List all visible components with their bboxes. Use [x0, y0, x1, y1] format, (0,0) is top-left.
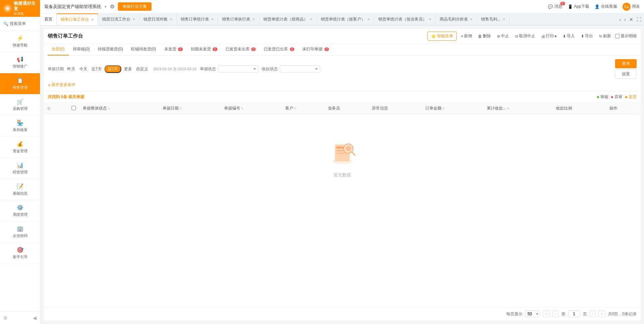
tab-sales-summary-customer[interactable]: 销货单统计表（按客户） ✕ [317, 13, 374, 26]
batch-review-btn[interactable]: 审核 [597, 94, 608, 100]
tab-sales-exec-close[interactable]: ✕ [252, 17, 255, 21]
page-prev-btn[interactable]: ‹ [553, 311, 559, 317]
table-toolbar: 共找到 0条 相关单据 审核 弃审 发货 [44, 91, 641, 103]
tab-scroll-right[interactable]: › [623, 16, 627, 23]
set-btn[interactable]: 设置 [615, 70, 637, 79]
sub-tab-pending-check[interactable]: 待拣货验货(0) [94, 44, 127, 55]
tab-fullscreen[interactable]: ⛶ [635, 16, 643, 23]
sub-tab-pending-review[interactable]: 待审核(0) [69, 44, 94, 55]
sub-tab-not-shipped[interactable]: 未发货 0 [160, 44, 187, 55]
col-status-sort[interactable]: 单据整体状态 ⇅ [83, 106, 156, 111]
tab-cash-reconcile[interactable]: 钱货日清对账 ✕ [139, 13, 177, 26]
sub-tab-shipped-not-out[interactable]: 已发货未出库 0 [221, 44, 260, 55]
sidebar-settings-btn[interactable]: ⚙ [3, 315, 8, 321]
col-customer-sort[interactable]: 客户 ⇅ [285, 106, 321, 111]
page-next-btn[interactable]: › [590, 311, 596, 317]
filter-date-custom[interactable]: 自定义 [135, 66, 149, 73]
import-btn[interactable]: ⬇ 导入 [561, 32, 577, 40]
search-menu-button[interactable]: 🔍 搜索菜单 [2, 19, 38, 28]
filter-date-today[interactable]: 今天 [78, 66, 89, 73]
sub-tab-overdue-ship[interactable]: 到期未发货 0 [187, 44, 221, 55]
filter-date-1month[interactable]: 近1月 [104, 65, 122, 73]
tab-sales-more[interactable]: 销售毛利... ✕ [477, 13, 510, 26]
sub-tab-shipped-not-out-label: 已发货未出库 [225, 47, 250, 51]
app-download-btn[interactable]: 📱 App下载 [568, 4, 589, 9]
sidebar-item-marketing[interactable]: 📢 营销推广 [0, 52, 40, 73]
sidebar-item-guide[interactable]: 🎯 新手引导 [0, 243, 40, 264]
sidebar-item-basic-info[interactable]: 📝 基础信息 [0, 179, 40, 200]
tab-home[interactable]: 首页 [40, 13, 57, 26]
show-detail-checkbox[interactable] [615, 34, 619, 38]
select-all-checkbox[interactable] [72, 106, 76, 110]
col-amount-sort[interactable]: 订单金额 ⇅ [425, 106, 480, 111]
col-date-sort[interactable]: 单据日期 ⇅ [163, 106, 217, 111]
col-ratio-header: 收款比例 [553, 103, 606, 114]
tab-sales-summary-staff[interactable]: 销货单统计表（按业务员） ✕ [374, 13, 436, 26]
tab-sales-workbench-close[interactable]: ✕ [91, 18, 94, 22]
delete-btn[interactable]: 🗑 删除 [476, 32, 493, 40]
column-settings-icon[interactable]: ⚙ [47, 106, 51, 111]
batch-cancel-review-btn[interactable]: 弃审 [611, 94, 622, 100]
topbar-settings-icon[interactable]: ⚙ [110, 3, 115, 10]
smart-create-btn[interactable]: ⭐ 智能生单 [427, 32, 457, 41]
filter-date-more[interactable]: 更多 [123, 66, 133, 73]
sidebar-item-purchase[interactable]: 🛒 采购管理 [0, 94, 40, 116]
tab-cash-reconcile-close[interactable]: ✕ [170, 17, 172, 21]
tab-sales-summary-product[interactable]: 销货单统计表（按商品） ✕ [259, 13, 317, 26]
cancel-stop-btn[interactable]: ⊙ 取消中止 [513, 32, 537, 40]
batch-ship-btn[interactable]: 发货 [625, 94, 637, 100]
col-number-sort[interactable]: 单据编号 ⇅ [224, 106, 279, 111]
refresh-btn[interactable]: ↻ 刷新 [597, 32, 613, 40]
user-menu-btn[interactable]: Ea 用友 [622, 3, 640, 11]
query-btn[interactable]: 查询 [615, 59, 637, 68]
tab-sales-summary-product-close[interactable]: ✕ [310, 17, 312, 21]
sub-tab-all[interactable]: 全部(0) [48, 44, 69, 55]
page-input[interactable] [568, 311, 580, 317]
export-icon: ⬆ [581, 34, 584, 39]
filter-date-7days[interactable]: 近7天 [90, 66, 103, 73]
sub-tab-shipped-out[interactable]: 已发货已出库 0 [260, 44, 298, 55]
tab-sales-summary-staff-close[interactable]: ✕ [429, 17, 431, 21]
sidebar-item-sales[interactable]: 📋 销售管理 [0, 73, 40, 94]
tab-sales-summary-customer-close[interactable]: ✕ [367, 17, 370, 21]
tab-scroll-left[interactable]: ‹ [618, 16, 622, 23]
tab-sales-exec[interactable]: 销售订单执行表 ✕ [218, 13, 259, 26]
tab-close-all[interactable]: ✕ [628, 16, 635, 23]
sub-tab-not-printed[interactable]: 未打印单据 0 [298, 44, 333, 55]
sidebar-item-inventory[interactable]: 🏪 库存核算 [0, 116, 40, 137]
expand-filter-btn[interactable]: ∨ 展开更多条件 [48, 82, 76, 88]
page-size-select[interactable]: 10 20 50 100 [525, 311, 540, 317]
guide-icon: 🎯 [17, 247, 24, 253]
col-collected-sort[interactable]: 累计收款... ⇅ [487, 106, 549, 111]
sidebar-item-enterprise[interactable]: 🏢 企业协同 [0, 221, 40, 243]
sidebar-item-quick-nav[interactable]: ⚡ 快捷导航 [0, 31, 40, 52]
show-detail-toggle[interactable]: 显示明细 [615, 33, 637, 39]
sub-tab-wangpu-ship[interactable]: 旺铺待发货(0) [127, 44, 160, 55]
tab-sales-workbench[interactable]: 销售订单工作台 ✕ [57, 13, 98, 26]
sidebar-item-system[interactable]: ⚙️ 系统管理 [0, 200, 40, 221]
sidebar-collapse-btn[interactable]: ◀ [33, 315, 37, 321]
page-last-btn[interactable]: » [598, 311, 605, 317]
filter-status-select[interactable] [218, 65, 258, 73]
tab-sales-more-close[interactable]: ✕ [503, 17, 505, 21]
sub-tab-not-printed-label: 未打印单据 [302, 47, 323, 51]
tab-cash-daily-label: 钱货日清工作台 [102, 16, 130, 22]
page-first-btn[interactable]: « [543, 311, 550, 317]
tab-sales-stats[interactable]: 销售订单统计表 ✕ [177, 13, 218, 26]
add-btn[interactable]: + 新增 [459, 32, 474, 40]
sidebar-item-finance[interactable]: 💰 资金管理 [0, 137, 40, 158]
tab-cash-daily[interactable]: 钱货日清工作台 ✕ [98, 13, 139, 26]
tab-cash-daily-close[interactable]: ✕ [132, 17, 135, 21]
filter-date-yesterday[interactable]: 昨天 [66, 66, 77, 73]
export-btn[interactable]: ⬆ 导出 [579, 32, 595, 40]
online-service-btn[interactable]: 👤 在线客服 [595, 4, 617, 9]
tab-gross-margin[interactable]: 商品毛利分析表 ✕ [436, 13, 477, 26]
filter-collection-select[interactable] [280, 65, 320, 73]
sidebar-item-operations[interactable]: 📊 经营管理 [0, 158, 40, 179]
print-btn[interactable]: 🖨 打印 ▾ [539, 32, 559, 40]
messages-btn[interactable]: 💬 消息 6 [548, 4, 562, 9]
tab-sales-stats-close[interactable]: ✕ [211, 17, 214, 21]
trial-button[interactable]: 体验行业方案 [118, 2, 152, 11]
stop-btn[interactable]: ⊘ 中止 [495, 32, 511, 40]
tab-gross-margin-close[interactable]: ✕ [470, 17, 473, 21]
